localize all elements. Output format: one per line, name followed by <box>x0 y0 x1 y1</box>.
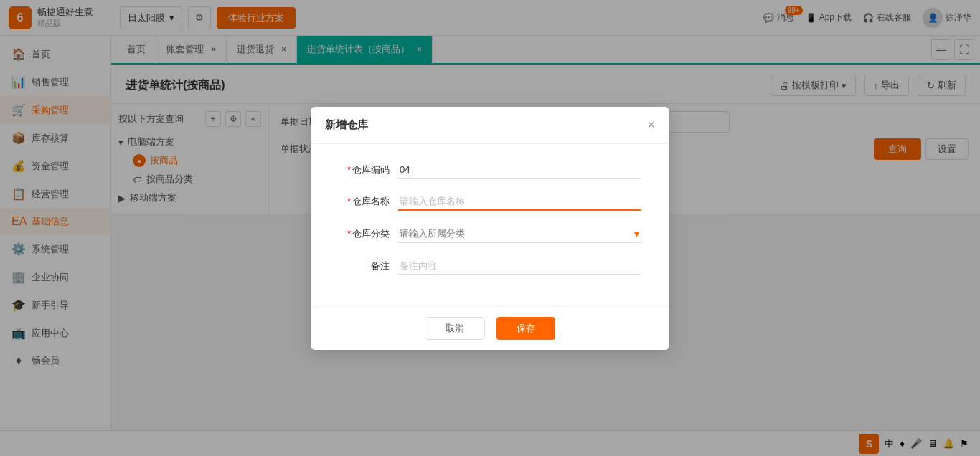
category-input[interactable] <box>400 228 634 239</box>
modal-body: *仓库编码 *仓库名称 *仓库分类 ▾ <box>311 144 669 306</box>
dropdown-arrow-icon: ▾ <box>634 228 639 239</box>
save-button[interactable]: 保存 <box>496 317 555 340</box>
warehouse-name-input[interactable] <box>398 193 641 211</box>
add-warehouse-modal: 新增仓库 × *仓库编码 *仓库名称 *仓库分类 <box>311 107 669 350</box>
note-input[interactable] <box>398 257 641 275</box>
code-label: *仓库编码 <box>339 163 390 176</box>
required-star: * <box>347 164 351 175</box>
name-label: *仓库名称 <box>339 195 390 208</box>
form-row-category: *仓库分类 ▾ <box>339 225 641 243</box>
modal-header: 新增仓库 × <box>311 107 669 144</box>
required-star: * <box>347 228 351 239</box>
note-label: 备注 <box>339 260 390 272</box>
modal-title: 新增仓库 <box>325 118 368 132</box>
modal-overlay: 新增仓库 × *仓库编码 *仓库名称 *仓库分类 <box>0 0 980 456</box>
form-row-code: *仓库编码 <box>339 161 641 179</box>
modal-close-button[interactable]: × <box>647 118 655 131</box>
required-star: * <box>347 196 351 206</box>
warehouse-code-input[interactable] <box>398 161 641 179</box>
category-select-wrap[interactable]: ▾ <box>398 225 641 243</box>
modal-footer: 取消 保存 <box>311 306 669 350</box>
form-row-note: 备注 <box>339 257 641 275</box>
category-label: *仓库分类 <box>339 227 390 240</box>
form-row-name: *仓库名称 <box>339 193 641 211</box>
cancel-button[interactable]: 取消 <box>425 317 485 340</box>
